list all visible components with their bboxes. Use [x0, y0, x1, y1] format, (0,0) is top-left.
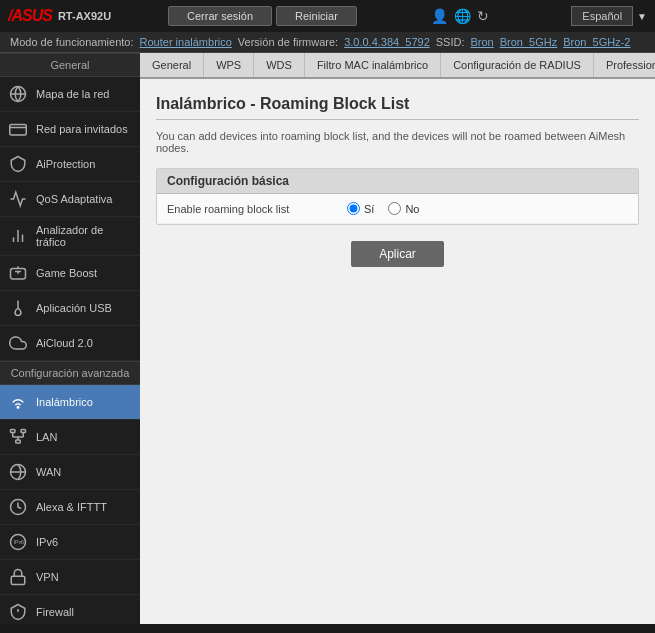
- sync-icon[interactable]: ↻: [477, 8, 489, 24]
- ssid-main[interactable]: Bron: [471, 36, 494, 48]
- info-bar: Modo de funcionamiento: Router inalámbri…: [0, 32, 655, 53]
- svg-rect-2: [10, 125, 27, 136]
- page-content: Inalámbrico - Roaming Block List You can…: [140, 79, 655, 624]
- svg-rect-10: [16, 440, 21, 443]
- mode-value[interactable]: Router inalámbrico: [140, 36, 232, 48]
- traffic-icon: [8, 226, 28, 246]
- tab-radius[interactable]: Configuración de RADIUS: [441, 53, 594, 77]
- firmware-value[interactable]: 3.0.0.4.384_5792: [344, 36, 430, 48]
- sidebar-item-traffic[interactable]: Analizador de tráfico: [0, 217, 140, 256]
- sidebar-item-wan-label: WAN: [36, 466, 61, 478]
- sidebar-item-wireless-label: Inalámbrico: [36, 396, 93, 408]
- logo-area: /ASUS RT-AX92U: [8, 7, 148, 25]
- page-description: You can add devices into roaming block l…: [156, 130, 639, 154]
- wan-icon: [8, 462, 28, 482]
- firmware-label: Versión de firmware:: [238, 36, 338, 48]
- advanced-section-label: Configuración avanzada: [0, 361, 140, 385]
- sidebar-item-wireless[interactable]: Inalámbrico: [0, 385, 140, 420]
- radio-no-input[interactable]: [388, 202, 401, 215]
- sidebar-item-map[interactable]: Mapa de la red: [0, 77, 140, 112]
- tab-general[interactable]: General: [140, 53, 204, 77]
- model-name: RT-AX92U: [58, 10, 111, 22]
- sidebar-item-gameboost-label: Game Boost: [36, 267, 97, 279]
- sidebar-item-gameboost[interactable]: Game Boost: [0, 256, 140, 291]
- language-selector[interactable]: Español ▼: [571, 6, 647, 26]
- radio-group-enable: Sí No: [347, 202, 419, 215]
- sidebar-item-firewall-label: Firewall: [36, 606, 74, 618]
- sidebar-item-qos-label: QoS Adaptativa: [36, 193, 112, 205]
- chevron-down-icon: ▼: [637, 11, 647, 22]
- sidebar-item-ipv6-label: IPv6: [36, 536, 58, 548]
- svg-rect-8: [11, 430, 16, 433]
- asus-logo: /ASUS: [8, 7, 52, 25]
- alexa-icon: [8, 497, 28, 517]
- radio-yes-input[interactable]: [347, 202, 360, 215]
- sidebar-item-alexa-label: Alexa & IFTTT: [36, 501, 107, 513]
- sidebar-item-traffic-label: Analizador de tráfico: [36, 224, 132, 248]
- sidebar-item-ipv6[interactable]: IPv6 IPv6: [0, 525, 140, 560]
- sidebar-item-aicloud[interactable]: AiCloud 2.0: [0, 326, 140, 361]
- tab-professional[interactable]: Professional: [594, 53, 655, 77]
- sidebar-item-wan[interactable]: WAN: [0, 455, 140, 490]
- radio-no-label: No: [405, 203, 419, 215]
- qos-icon: [8, 189, 28, 209]
- tabs-bar: General WPS WDS Filtro MAC inalámbrico C…: [140, 53, 655, 79]
- close-session-button[interactable]: Cerrar sesión: [168, 6, 272, 26]
- top-buttons: Cerrar sesión Reiniciar: [168, 6, 357, 26]
- restart-button[interactable]: Reiniciar: [276, 6, 357, 26]
- sidebar-item-guest[interactable]: Red para invitados: [0, 112, 140, 147]
- network-map-icon: [8, 84, 28, 104]
- sidebar-item-vpn-label: VPN: [36, 571, 59, 583]
- config-label-enable: Enable roaming block list: [167, 203, 347, 215]
- ssid-5g2[interactable]: Bron_5GHz-2: [563, 36, 630, 48]
- config-row-enable: Enable roaming block list Sí No: [157, 194, 638, 224]
- top-icons: 👤 🌐 ↻: [431, 8, 489, 24]
- sidebar: General Mapa de la red Red para invitado…: [0, 53, 140, 624]
- tab-mac-filter[interactable]: Filtro MAC inalámbrico: [305, 53, 441, 77]
- aicloud-icon: [8, 333, 28, 353]
- aiprotection-icon: [8, 154, 28, 174]
- svg-point-7: [17, 407, 19, 409]
- wireless-icon: [8, 392, 28, 412]
- ssid-5g[interactable]: Bron_5GHz: [500, 36, 557, 48]
- tab-wps[interactable]: WPS: [204, 53, 254, 77]
- radio-no-option[interactable]: No: [388, 202, 419, 215]
- main-layout: General Mapa de la red Red para invitado…: [0, 53, 655, 624]
- usb-icon: [8, 298, 28, 318]
- top-bar: /ASUS RT-AX92U Cerrar sesión Reiniciar 👤…: [0, 0, 655, 32]
- radio-yes-label: Sí: [364, 203, 374, 215]
- sidebar-item-aiprotection-label: AiProtection: [36, 158, 95, 170]
- sidebar-item-usb[interactable]: Aplicación USB: [0, 291, 140, 326]
- apply-button[interactable]: Aplicar: [351, 241, 444, 267]
- svg-text:IPv6: IPv6: [14, 539, 25, 545]
- content-area: General WPS WDS Filtro MAC inalámbrico C…: [140, 53, 655, 624]
- general-section-label: General: [0, 53, 140, 77]
- sidebar-item-alexa[interactable]: Alexa & IFTTT: [0, 490, 140, 525]
- radio-yes-option[interactable]: Sí: [347, 202, 374, 215]
- sidebar-item-firewall[interactable]: Firewall: [0, 595, 140, 624]
- svg-rect-9: [21, 430, 26, 433]
- gameboost-icon: [8, 263, 28, 283]
- sidebar-item-vpn[interactable]: VPN: [0, 560, 140, 595]
- apply-btn-row: Aplicar: [156, 241, 639, 267]
- ssid-label: SSID:: [436, 36, 465, 48]
- user-icon[interactable]: 👤: [431, 8, 448, 24]
- svg-rect-19: [11, 576, 25, 584]
- firewall-icon: [8, 602, 28, 622]
- sidebar-item-aicloud-label: AiCloud 2.0: [36, 337, 93, 349]
- mode-label: Modo de funcionamiento:: [10, 36, 134, 48]
- sidebar-item-qos[interactable]: QoS Adaptativa: [0, 182, 140, 217]
- sidebar-item-map-label: Mapa de la red: [36, 88, 109, 100]
- vpn-icon: [8, 567, 28, 587]
- page-title: Inalámbrico - Roaming Block List: [156, 95, 639, 120]
- network-icon[interactable]: 🌐: [454, 8, 471, 24]
- guest-network-icon: [8, 119, 28, 139]
- sidebar-item-aiprotection[interactable]: AiProtection: [0, 147, 140, 182]
- language-button[interactable]: Español: [571, 6, 633, 26]
- sidebar-item-lan[interactable]: LAN: [0, 420, 140, 455]
- tab-wds[interactable]: WDS: [254, 53, 305, 77]
- ipv6-icon: IPv6: [8, 532, 28, 552]
- config-section: Configuración básica Enable roaming bloc…: [156, 168, 639, 225]
- sidebar-item-usb-label: Aplicación USB: [36, 302, 112, 314]
- lan-icon: [8, 427, 28, 447]
